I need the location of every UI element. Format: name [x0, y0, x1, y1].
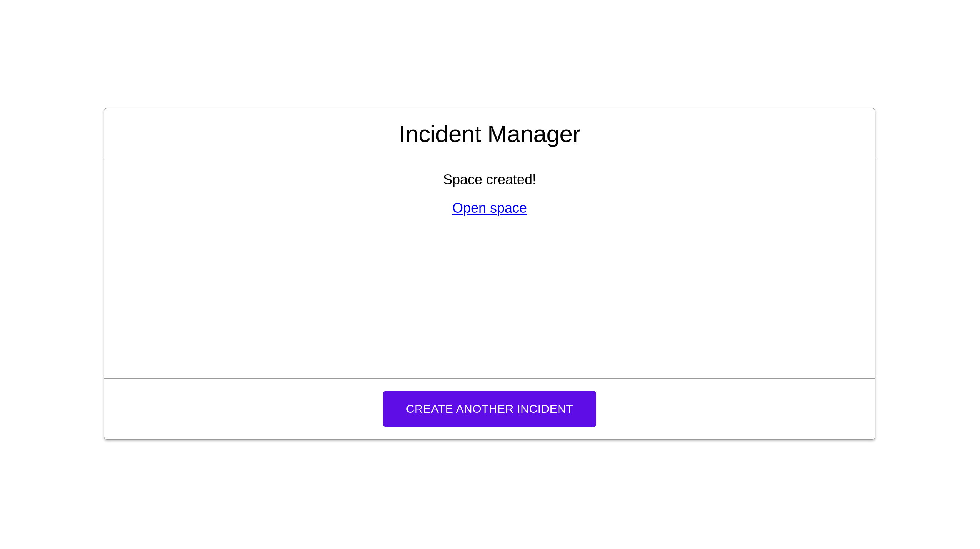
card-body: Space created! Open space — [104, 160, 875, 379]
create-another-incident-button[interactable]: CREATE ANOTHER INCIDENT — [383, 391, 596, 427]
incident-manager-card: Incident Manager Space created! Open spa… — [104, 108, 875, 440]
card-footer: CREATE ANOTHER INCIDENT — [104, 379, 875, 439]
page-title: Incident Manager — [112, 120, 867, 147]
open-space-link[interactable]: Open space — [452, 200, 527, 216]
status-message: Space created! — [112, 172, 867, 188]
card-header: Incident Manager — [104, 108, 875, 160]
